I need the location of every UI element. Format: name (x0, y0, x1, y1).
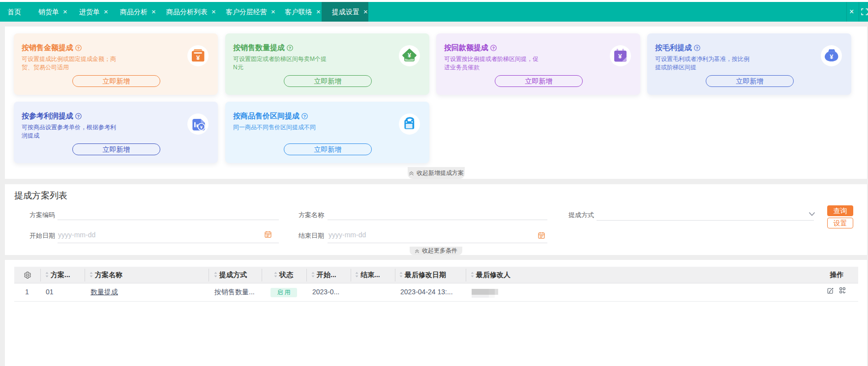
svg-text:?: ? (77, 46, 80, 51)
svg-text:?: ? (696, 46, 698, 51)
svg-text:¥: ¥ (200, 124, 203, 130)
svg-text:?: ? (492, 46, 495, 51)
svg-text:?: ? (303, 114, 306, 119)
svg-text:¥: ¥ (408, 52, 411, 59)
svg-text:¥: ¥ (830, 54, 833, 60)
svg-text:¥: ¥ (618, 53, 622, 60)
svg-text:¥: ¥ (196, 54, 200, 61)
svg-text:?: ? (77, 114, 80, 119)
svg-text:?: ? (289, 46, 291, 51)
